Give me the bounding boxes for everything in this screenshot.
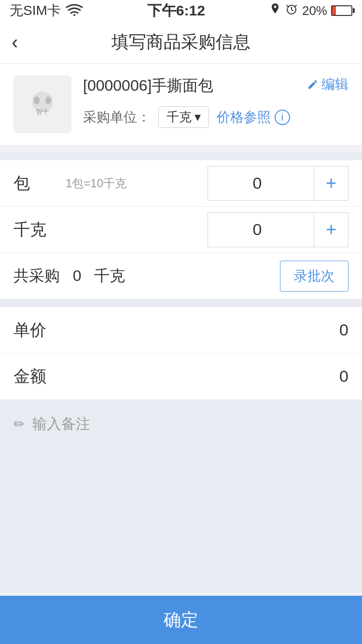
summary-text: 共采购 0 千克 bbox=[14, 266, 125, 287]
bag-input-section: 包 1包=10千克 + bbox=[0, 160, 362, 207]
page-title: 填写商品采购信息 bbox=[111, 30, 251, 54]
svg-text:智十: 智十 bbox=[36, 108, 49, 115]
bag-input-right: + bbox=[208, 166, 348, 201]
price-info-section: 单价 0 金额 0 bbox=[0, 307, 362, 400]
kg-quantity-input[interactable] bbox=[208, 212, 314, 247]
carrier-label: 无SIM卡 bbox=[10, 1, 61, 20]
product-info: [0000006]手撕面包 编辑 采购单位： 千克 ▾ 价格参照 i bbox=[83, 75, 348, 128]
content-area bbox=[0, 448, 362, 593]
divider-2 bbox=[0, 299, 362, 307]
battery-icon bbox=[331, 5, 352, 16]
kg-input-row: 千克 + bbox=[0, 207, 362, 253]
price-ref-button[interactable]: 价格参照 i bbox=[217, 108, 290, 126]
battery-percent-label: 20% bbox=[302, 3, 327, 18]
batch-button[interactable]: 录批次 bbox=[280, 261, 348, 292]
bag-label: 包 bbox=[14, 172, 62, 195]
notes-placeholder: 输入备注 bbox=[32, 414, 90, 434]
nav-bar: ‹ 填写商品采购信息 bbox=[0, 21, 362, 64]
status-bar: 无SIM卡 下午6:12 20% bbox=[0, 0, 362, 21]
edit-button[interactable]: 编辑 bbox=[307, 75, 348, 94]
divider-1 bbox=[0, 153, 362, 160]
confirm-button[interactable]: 确定 bbox=[0, 596, 362, 644]
location-icon bbox=[269, 2, 281, 19]
svg-point-0 bbox=[73, 14, 75, 16]
amount-label: 金额 bbox=[14, 365, 46, 388]
product-image: 智十 bbox=[14, 75, 71, 133]
kg-label: 千克 bbox=[14, 219, 62, 241]
status-time: 下午6:12 bbox=[147, 1, 205, 21]
amount-row: 金额 0 bbox=[0, 353, 362, 400]
summary-row: 共采购 0 千克 录批次 bbox=[0, 253, 362, 299]
battery-fill bbox=[332, 6, 336, 15]
svg-point-4 bbox=[45, 97, 51, 104]
bag-quantity-input[interactable] bbox=[208, 166, 314, 201]
unit-price-label: 单价 bbox=[14, 319, 46, 341]
dropdown-icon: ▾ bbox=[195, 110, 201, 125]
info-circle-icon: i bbox=[275, 110, 290, 125]
kg-input-right: + bbox=[208, 212, 348, 247]
amount-value: 0 bbox=[339, 367, 348, 386]
unit-price-value: 0 bbox=[339, 321, 348, 339]
pencil-icon: ✏ bbox=[14, 416, 25, 432]
product-name: [0000006]手撕面包 bbox=[83, 75, 213, 97]
summary-prefix: 共采购 bbox=[14, 267, 60, 284]
svg-point-3 bbox=[34, 97, 40, 104]
bag-sublabel: 1包=10千克 bbox=[66, 176, 126, 191]
status-left: 无SIM卡 bbox=[10, 1, 83, 20]
product-unit: 采购单位： 千克 ▾ 价格参照 i bbox=[83, 106, 348, 128]
product-card: 智十 [0000006]手撕面包 编辑 采购单位： 千克 ▾ 价格参照 i bbox=[0, 64, 362, 145]
bag-input-row: 包 1包=10千克 + bbox=[0, 160, 362, 207]
kg-input-section: 千克 + bbox=[0, 207, 362, 253]
notes-section[interactable]: ✏ 输入备注 bbox=[0, 400, 362, 448]
status-right: 20% bbox=[269, 2, 352, 19]
unit-prefix-label: 采购单位： bbox=[83, 108, 151, 126]
kg-plus-button[interactable]: + bbox=[314, 212, 348, 247]
back-button[interactable]: ‹ bbox=[12, 31, 18, 53]
bag-plus-button[interactable]: + bbox=[314, 166, 348, 201]
product-header: [0000006]手撕面包 编辑 bbox=[83, 75, 348, 97]
wifi-icon bbox=[66, 2, 83, 19]
summary-unit: 千克 bbox=[94, 267, 125, 284]
summary-amount: 0 bbox=[73, 267, 82, 284]
unit-select[interactable]: 千克 ▾ bbox=[158, 106, 209, 128]
unit-price-row: 单价 0 bbox=[0, 307, 362, 353]
alarm-icon bbox=[285, 2, 298, 19]
